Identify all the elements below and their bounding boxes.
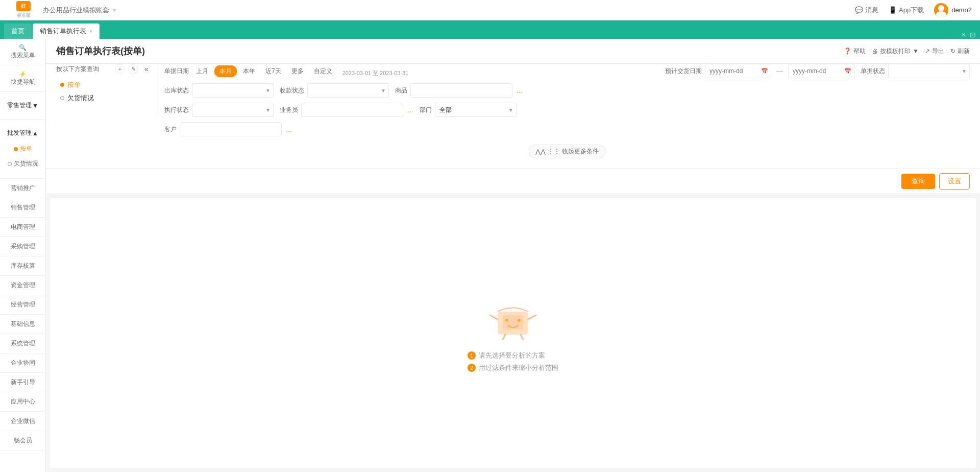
sidebar-item-appcenter[interactable]: 应用中心 xyxy=(0,392,45,412)
sidebar-item-member[interactable]: 畅会员 xyxy=(0,431,45,451)
filter-goods: 商品 ... xyxy=(395,83,523,98)
filter-expected-date: 预计交货日期 📅 — 📅 xyxy=(665,64,854,78)
payment-select[interactable]: 未收款 部分收款 全部收款 xyxy=(307,83,389,98)
sidebar-item-sales[interactable]: 销售管理 xyxy=(0,198,45,218)
sidebar-subitem-byorder[interactable]: 按单 xyxy=(2,141,43,156)
customer-label: 客户 xyxy=(164,125,177,134)
date-end-input[interactable] xyxy=(788,64,854,78)
date-btn-this-month[interactable]: 本月 xyxy=(214,65,237,77)
breadcrumb-chevron-icon[interactable]: ▼ xyxy=(111,7,117,14)
date-label: 单据日期 xyxy=(164,67,189,76)
svg-point-5 xyxy=(518,319,521,322)
filter-delivery: 出库状态 未出库 部分出库 全部出库 ▼ xyxy=(164,83,274,98)
sidebar-item-wholesale[interactable]: 批发管理 ▲ 按单 欠货情况 xyxy=(0,120,45,179)
page-title: 销售订单执行表(按单) xyxy=(56,45,145,57)
sidebar-item-marketing[interactable]: 营销推广 xyxy=(0,179,45,198)
date-btn-this-year[interactable]: 本年 xyxy=(239,65,259,77)
empty-state: 1 请先选择要分析的方案 2 用过滤条件来缩小分析范围 xyxy=(468,294,558,372)
collapse-up-icon: ⋀⋀ xyxy=(535,148,546,155)
user-name[interactable]: demo2 xyxy=(951,6,972,14)
goods-input[interactable] xyxy=(410,83,512,98)
app-download-label: App下载 xyxy=(899,6,924,15)
date-start-input[interactable] xyxy=(705,64,771,78)
status-select-wrap: 草稿 已提交 已审核 已完成 已关闭 ▼ xyxy=(888,64,970,78)
purchase-label: 采购管理 xyxy=(11,243,35,250)
sidebar-item-quicknav[interactable]: ⚡ 快捷导航 xyxy=(0,65,45,92)
operation-label: 经营管理 xyxy=(11,301,35,308)
filter-row-4: 客户 ... xyxy=(164,122,970,136)
print-button[interactable]: 🖨 按模板打印 ▼ xyxy=(872,47,919,56)
wholesale-header[interactable]: 批发管理 ▲ xyxy=(2,125,43,141)
salesman-label: 业务员 xyxy=(280,106,298,114)
app-download-button[interactable]: 📱 App下载 xyxy=(889,6,924,15)
date-btn-prev-month[interactable]: 上月 xyxy=(192,65,212,77)
settings-button[interactable]: 设置 xyxy=(939,173,970,190)
tab-home[interactable]: 首页 xyxy=(4,23,32,39)
window-controls: × ⊡ xyxy=(962,31,976,39)
sidebar-item-retail[interactable]: 零售管理 ▼ xyxy=(0,92,45,120)
sidebar-item-corpwechat[interactable]: 企业微信 xyxy=(0,412,45,431)
scheme-inactive-dot-icon xyxy=(60,96,64,100)
filter-dept: 部门 全部 ▼ xyxy=(420,103,517,117)
breadcrumb-text: 办公用品行业模拟账套 xyxy=(43,6,109,15)
status-select[interactable]: 草稿 已提交 已审核 已完成 已关闭 xyxy=(888,64,970,78)
delivery-select-wrap: 未出库 部分出库 全部出库 ▼ xyxy=(192,83,274,98)
date-btn-custom[interactable]: 自定义 xyxy=(310,65,336,77)
date-range-display: 2023-03-01 至 2023-03-31 xyxy=(342,69,409,78)
enterprise-label: 企业协同 xyxy=(11,359,35,366)
subitem-debt-label: 欠货情况 xyxy=(14,159,38,168)
newbie-label: 新手引导 xyxy=(11,379,35,386)
scheme-item-byorder[interactable]: 按单 xyxy=(56,78,152,91)
scheme-item-debt[interactable]: 欠货情况 xyxy=(56,91,152,105)
window-maximize-icon[interactable]: ⊡ xyxy=(970,31,976,39)
tab-sales-order[interactable]: 销售订单执行表 × xyxy=(33,23,100,39)
window-close-icon[interactable]: × xyxy=(962,31,966,39)
filter-row-2: 出库状态 未出库 部分出库 全部出库 ▼ xyxy=(164,83,970,98)
sidebar-item-operation[interactable]: 经营管理 xyxy=(0,295,45,315)
sidebar-subitem-debt[interactable]: 欠货情况 xyxy=(2,156,43,171)
empty-hint-2: 2 用过滤条件来缩小分析范围 xyxy=(468,363,558,372)
tab-close-icon[interactable]: × xyxy=(89,29,92,34)
salesman-input[interactable] xyxy=(301,103,403,117)
help-icon: ❓ xyxy=(844,48,851,55)
dept-select[interactable]: 全部 xyxy=(435,103,517,117)
sidebar-item-purchase[interactable]: 采购管理 xyxy=(0,237,45,256)
customer-input[interactable] xyxy=(180,122,282,136)
subitem-byorder-label: 按单 xyxy=(20,145,32,153)
appcenter-label: 应用中心 xyxy=(11,398,35,405)
help-button[interactable]: ❓ 帮助 xyxy=(844,47,866,56)
sidebar-item-inventory[interactable]: 库存核算 xyxy=(0,256,45,276)
customer-more-icon[interactable]: ... xyxy=(286,125,292,133)
date-btn-7days[interactable]: 近7天 xyxy=(261,65,285,77)
sidebar-item-finance[interactable]: 资金管理 xyxy=(0,276,45,295)
export-button[interactable]: ↗ 导出 xyxy=(925,47,944,56)
filter-status: 单据状态 草稿 已提交 已审核 已完成 已关闭 ▼ xyxy=(861,64,970,78)
goods-label: 商品 xyxy=(395,86,407,95)
message-button[interactable]: 💬 消息 xyxy=(855,6,878,15)
delivery-select[interactable]: 未出库 部分出库 全部出库 xyxy=(192,83,274,98)
goods-more-icon[interactable]: ... xyxy=(517,86,523,95)
refresh-button[interactable]: ↻ 刷新 xyxy=(950,47,970,56)
scheme-add-button[interactable]: + xyxy=(115,64,125,74)
retail-header[interactable]: 零售管理 ▼ xyxy=(2,97,43,114)
filter-exec: 执行状态 未执行 部分执行 全部执行 ▼ xyxy=(164,103,274,117)
hint2-num: 2 xyxy=(468,364,476,372)
sidebar-item-enterprise[interactable]: 企业协同 xyxy=(0,353,45,373)
sidebar-item-newbie[interactable]: 新手引导 xyxy=(0,373,45,392)
dept-label: 部门 xyxy=(420,106,432,114)
sidebar-item-system[interactable]: 系统管理 xyxy=(0,334,45,353)
sidebar-item-ecommerce[interactable]: 电商管理 xyxy=(0,218,45,237)
scheme-edit-button[interactable]: ✎ xyxy=(128,64,138,74)
scheme-collapse-button[interactable]: « xyxy=(141,64,152,74)
sidebar-item-basic[interactable]: 基础信息 xyxy=(0,315,45,334)
date-btn-more[interactable]: 更多 xyxy=(287,65,308,77)
exec-select[interactable]: 未执行 部分执行 全部执行 xyxy=(192,103,274,117)
query-button[interactable]: 查询 xyxy=(901,174,935,189)
salesman-more-icon[interactable]: ... xyxy=(407,106,413,114)
sidebar-item-search[interactable]: 🔍 搜索菜单 xyxy=(0,39,45,65)
topbar-left: 好 标准版 办公用品行业模拟账套 ▼ xyxy=(8,1,117,19)
sidebar-search-label: 搜索菜单 xyxy=(2,51,43,60)
topbar: 好 标准版 办公用品行业模拟账套 ▼ 💬 消息 📱 App下载 demo2 xyxy=(0,0,980,20)
user-area[interactable]: demo2 xyxy=(934,3,972,17)
collapse-conditions-button[interactable]: ⋀⋀ ⋮⋮ 收起更多条件 xyxy=(529,145,605,158)
